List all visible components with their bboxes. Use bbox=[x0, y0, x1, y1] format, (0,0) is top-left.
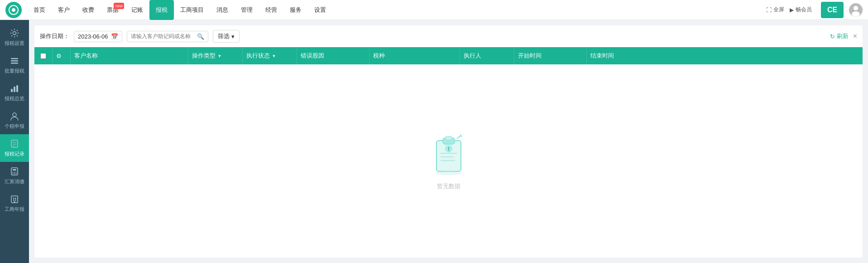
date-value: 2023-06-06 bbox=[78, 33, 108, 40]
nav-right: ⛶ 全屏 ▶ 畅会员 CE bbox=[766, 2, 863, 18]
sidebar-item-personal-tax[interactable]: 个税申报 bbox=[0, 107, 29, 134]
video-icon: ▶ bbox=[790, 7, 794, 13]
sidebar-item-settlement[interactable]: 汇算清缴 bbox=[0, 162, 29, 190]
sidebar: 报税设置批量报税报税总览个税申报报税记录汇算清缴工商年报 bbox=[0, 20, 29, 263]
avatar-icon bbox=[849, 3, 863, 17]
svg-rect-31 bbox=[445, 136, 452, 140]
sidebar-item-batch-tax[interactable]: 批量报税 bbox=[0, 51, 29, 79]
nav-item-accounting[interactable]: 记账 bbox=[125, 0, 149, 20]
nav-item-business[interactable]: 工商项目 bbox=[174, 0, 210, 20]
sidebar-item-label-tax-settings: 报税设置 bbox=[5, 40, 24, 47]
nav-item-service[interactable]: 服务 bbox=[283, 0, 308, 20]
th-checkbox[interactable] bbox=[34, 47, 53, 64]
svg-rect-7 bbox=[11, 89, 13, 92]
svg-point-3 bbox=[13, 32, 16, 35]
nav-item-message[interactable]: 消息 bbox=[210, 0, 235, 20]
th-end-time-label: 结束时间 bbox=[590, 52, 614, 60]
empty-text: 暂无数据 bbox=[437, 182, 460, 190]
calendar-icon: 📅 bbox=[111, 33, 118, 40]
nav-item-customer[interactable]: 客户 bbox=[52, 0, 76, 20]
th-start-time-label: 开始时间 bbox=[518, 52, 542, 60]
svg-rect-27 bbox=[15, 200, 16, 201]
sidebar-item-tax-settings[interactable]: 报税设置 bbox=[0, 24, 29, 51]
svg-rect-24 bbox=[13, 198, 14, 199]
th-name-label: 客户名称 bbox=[74, 52, 98, 60]
nav-item-operation[interactable]: 经营 bbox=[259, 0, 283, 20]
record-icon bbox=[10, 139, 19, 149]
chevron-down-icon: ▾ bbox=[231, 33, 235, 40]
user-avatar[interactable] bbox=[849, 3, 863, 17]
sidebar-item-label-batch-tax: 批量报税 bbox=[5, 68, 24, 74]
fullscreen-label: 全屏 bbox=[773, 6, 784, 14]
exec-status-sort-icon: ▼ bbox=[272, 54, 276, 58]
gear-icon: ⚙ bbox=[56, 53, 62, 59]
svg-text:!: ! bbox=[448, 146, 450, 152]
svg-point-10 bbox=[13, 113, 16, 117]
date-label: 操作日期： bbox=[40, 32, 69, 40]
sidebar-item-label-tax-records: 报税记录 bbox=[5, 151, 24, 157]
th-exec-status[interactable]: 执行状态 ▼ bbox=[243, 47, 297, 64]
table-container: 操作日期： 2023-06-06 📅 🔍 筛选 ▾ ↻ 刷新 bbox=[34, 25, 863, 258]
svg-point-1 bbox=[854, 6, 858, 10]
svg-rect-5 bbox=[11, 60, 18, 62]
gear-icon bbox=[10, 28, 19, 38]
svg-point-20 bbox=[13, 173, 14, 174]
refresh-label: 刷新 bbox=[837, 32, 849, 40]
svg-rect-6 bbox=[11, 63, 18, 64]
svg-rect-16 bbox=[13, 169, 16, 170]
member-btn[interactable]: ▶ 畅会员 bbox=[790, 6, 812, 14]
toolbar-right: ↻ 刷新 × bbox=[830, 32, 857, 40]
sidebar-item-tax-records[interactable]: 报税记录 bbox=[0, 134, 29, 162]
sidebar-item-annual-report[interactable]: 工商年报 bbox=[0, 190, 29, 217]
filter-label: 筛选 bbox=[218, 32, 230, 40]
person-icon bbox=[10, 111, 19, 121]
nav-item-invoice[interactable]: 票据new bbox=[101, 0, 125, 20]
th-exec-status-label: 执行状态 bbox=[246, 52, 270, 60]
svg-rect-28 bbox=[14, 201, 15, 203]
svg-rect-11 bbox=[11, 140, 18, 147]
nav-item-home[interactable]: 首页 bbox=[27, 0, 52, 20]
close-button[interactable]: × bbox=[853, 32, 857, 40]
nav-item-collection[interactable]: 收费 bbox=[76, 0, 101, 20]
member-label: 畅会员 bbox=[796, 6, 812, 14]
nav-item-management[interactable]: 管理 bbox=[235, 0, 259, 20]
date-picker[interactable]: 2023-06-06 📅 bbox=[74, 31, 122, 42]
nav-item-tax[interactable]: 报税 bbox=[149, 0, 174, 20]
app-logo[interactable] bbox=[5, 2, 22, 18]
table-body: ! 暂无数据 bbox=[34, 64, 863, 258]
svg-rect-4 bbox=[11, 58, 18, 59]
nav-items: 首页客户收费票据new记账报税工商项目消息管理经营服务设置 bbox=[27, 0, 766, 20]
sidebar-item-label-settlement: 汇算清缴 bbox=[5, 178, 24, 185]
th-tax-type: 税种 bbox=[369, 47, 460, 64]
table-header: ⚙ 客户名称 操作类型 ▼ 执行状态 ▼ 错误股因 税种 bbox=[34, 47, 863, 64]
fullscreen-icon: ⛶ bbox=[766, 7, 772, 13]
svg-point-18 bbox=[14, 172, 15, 173]
search-icon: 🔍 bbox=[197, 33, 204, 40]
svg-point-21 bbox=[14, 173, 15, 174]
th-executor: 执行人 bbox=[460, 47, 514, 64]
ce-badge: CE bbox=[821, 2, 844, 18]
svg-rect-26 bbox=[13, 200, 14, 201]
sidebar-item-label-tax-overview: 报税总览 bbox=[5, 95, 24, 102]
sidebar-item-label-personal-tax: 个税申报 bbox=[5, 123, 24, 130]
th-op-type[interactable]: 操作类型 ▼ bbox=[188, 47, 243, 64]
logo-inner bbox=[9, 5, 19, 15]
th-error-reason: 错误股因 bbox=[297, 47, 369, 64]
svg-point-22 bbox=[16, 173, 17, 174]
svg-rect-9 bbox=[16, 85, 18, 92]
filter-button[interactable]: 筛选 ▾ bbox=[213, 30, 240, 43]
search-wrap: 🔍 bbox=[127, 31, 208, 42]
th-op-type-label: 操作类型 bbox=[192, 52, 216, 60]
refresh-button[interactable]: ↻ 刷新 bbox=[830, 32, 849, 40]
main-layout: 报税设置批量报税报税总览个税申报报税记录汇算清缴工商年报 操作日期： 2023-… bbox=[0, 20, 868, 263]
svg-marker-38 bbox=[459, 134, 462, 137]
select-all-checkbox[interactable] bbox=[40, 53, 46, 59]
refresh-icon: ↻ bbox=[830, 33, 835, 40]
th-tax-type-label: 税种 bbox=[373, 52, 385, 60]
sidebar-item-tax-overview[interactable]: 报税总览 bbox=[0, 79, 29, 107]
th-gear[interactable]: ⚙ bbox=[53, 47, 71, 64]
nav-item-settings[interactable]: 设置 bbox=[308, 0, 332, 20]
search-input[interactable] bbox=[131, 33, 195, 39]
empty-illustration: ! bbox=[428, 132, 469, 177]
fullscreen-btn[interactable]: ⛶ 全屏 bbox=[766, 6, 784, 14]
